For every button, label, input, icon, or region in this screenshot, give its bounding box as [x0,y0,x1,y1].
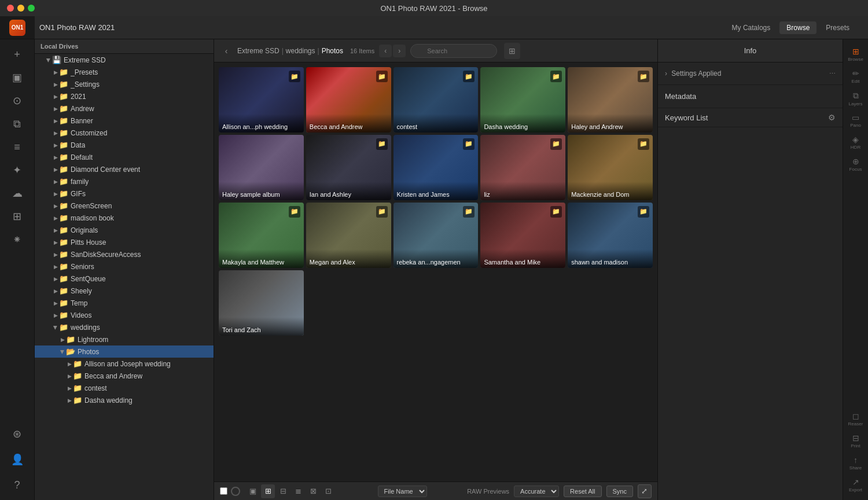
edit-strip-btn[interactable]: ✏ Edit [845,66,866,87]
sidebar-item-extreme-ssd[interactable]: ▶ 💾 Extreme SSD [35,54,214,66]
people-icon-btn[interactable]: 👤 [7,449,28,470]
accurate-select[interactable]: Accurate [514,486,559,497]
grid-item-haley-andrew[interactable]: 📁 Haley and Andrew [568,67,653,133]
close-button[interactable] [7,5,14,12]
sidebar-item-default[interactable]: ▶ 📁 Default [35,151,214,163]
back-button[interactable]: ‹ [220,45,233,57]
sidebar-item-madison[interactable]: ▶ 📁 madison book [35,212,214,224]
sidebar-item-becca-sub[interactable]: ▶ 📁 Becca and Andrew [35,370,214,382]
minimize-button[interactable] [17,5,24,12]
sidebar-item-presets[interactable]: ▶ 📁 _Presets [35,66,214,78]
filmstrip-view-btn[interactable]: ⊠ [306,484,320,498]
sidebar-item-contest-sub[interactable]: ▶ 📁 contest [35,382,214,394]
hdr-strip-btn[interactable]: ◈ HDR [845,132,866,153]
sidebar-item-weddings[interactable]: ▶ 📁 weddings [35,321,214,333]
grid-item-megan[interactable]: 📁 Megan and Alex [306,203,391,268]
sidebar-item-banner[interactable]: ▶ 📁 Banner [35,115,214,127]
tab-browse[interactable]: Browse [779,21,816,34]
sidebar-item-originals[interactable]: ▶ 📁 Originals [35,224,214,236]
grid-item-shawn[interactable]: 📁 shawn and madison [568,203,653,268]
browse-strip-btn[interactable]: ⊞ Browse [845,44,866,65]
sidebar-item-2021[interactable]: ▶ 📁 2021 [35,90,214,102]
breadcrumb-part-1[interactable]: Extreme SSD [237,47,279,55]
sidebar-item-videos[interactable]: ▶ 📁 Videos [35,309,214,321]
light-icon-btn[interactable]: ⁕ [7,229,28,250]
keyword-gear-icon[interactable]: ⚙ [828,113,836,122]
help-icon-btn[interactable]: ? [7,475,28,495]
maximize-button[interactable] [28,5,35,12]
map-view-btn[interactable]: ⊡ [321,484,335,498]
settings-applied-row[interactable]: › Settings Applied ⋯ [665,67,836,80]
detail-view-btn[interactable]: ≣ [291,484,305,498]
breadcrumb-part-2[interactable]: weddings [286,47,315,55]
sidebar-item-dasha-sub[interactable]: ▶ 📁 Dasha wedding [35,394,214,406]
sidebar-item-seniors[interactable]: ▶ 📁 Seniors [35,260,214,273]
focus-strip-btn[interactable]: ⊕ Focus [845,154,866,175]
effects-icon-btn[interactable]: ✦ [7,160,28,181]
sidebar-item-data[interactable]: ▶ 📁 Data [35,139,214,151]
layers-strip-btn[interactable]: ⧉ Layers [845,88,866,109]
grid-item-dasha[interactable]: 📁 Dasha wedding [480,67,565,133]
grid-item-ian[interactable]: 📁 Ian and Ashley [306,135,391,200]
select-all-checkbox[interactable] [220,487,227,495]
profile-icon-btn[interactable]: ⊛ [7,424,28,444]
sidebar-item-family[interactable]: ▶ 📁 family [35,175,214,188]
sidebar-item-sheely[interactable]: ▶ 📁 Sheely [35,285,214,297]
metadata-row[interactable]: Metadata [665,90,836,103]
share-strip-btn[interactable]: ↑ Share [845,453,866,473]
sync-button[interactable]: Sync [606,486,633,497]
add-icon-btn[interactable]: + [7,44,28,65]
label-photos: Photos [78,348,99,356]
sidebar-item-sentqueue[interactable]: ▶ 📁 SentQueue [35,273,214,285]
tab-my-catalogs[interactable]: My Catalogs [725,21,778,34]
search-input[interactable] [410,44,497,58]
sidebar-item-lightroom[interactable]: ▶ 📁 Lightroom [35,333,214,345]
next-button[interactable]: › [393,45,406,57]
single-view-btn[interactable]: ▣ [246,484,260,498]
sidebar-item-photos[interactable]: ▶ 📂 Photos [35,345,214,358]
sidebar-item-settings[interactable]: ▶ 📁 _Settings [35,78,214,90]
export-strip-btn[interactable]: ↗ Export [845,475,866,495]
layers-icon-btn[interactable]: ⧉ [7,113,28,134]
fullscreen-button[interactable]: ⤢ [638,484,652,498]
grid-item-samantha[interactable]: 📁 Samantha and Mike [480,203,565,268]
grid-item-mackenzie[interactable]: 📁 Mackenzie and Dom [568,135,653,200]
grid-icon-btn[interactable]: ⊞ [7,206,28,227]
camera-icon-btn[interactable]: ⊙ [7,90,28,111]
view-options-button[interactable]: ⊞ [504,43,520,59]
grid-item-allison[interactable]: 📁 Allison an...ph wedding [219,67,304,133]
tab-presets[interactable]: Presets [819,21,856,34]
cloud-icon-btn[interactable]: ☁ [7,183,28,204]
grid-item-label-samantha: Samantha and Mike [480,249,565,268]
grid-item-rebeka[interactable]: 📁 rebeka an...ngagemen [393,203,479,268]
grid-view-btn[interactable]: ⊞ [261,484,275,498]
sidebar-item-allison[interactable]: ▶ 📁 Allison and Joseph wedding [35,358,214,370]
grid-item-liz[interactable]: 📁 liz [480,135,565,200]
print-strip-btn[interactable]: ⊟ Print [845,431,866,451]
label-gifs: GIFs [71,190,86,198]
grid-item-kristen[interactable]: 📁 Kristen and James [393,135,479,200]
grid-item-becca[interactable]: 📁 Becca and Andrew [306,67,391,133]
sidebar-item-andrew[interactable]: ▶ 📁 Andrew [35,102,214,115]
grid-item-makayla[interactable]: 📁 Makayla and Matthew [219,203,304,268]
sidebar-item-pitts[interactable]: ▶ 📁 Pitts House [35,236,214,248]
pano-strip-btn[interactable]: ▭ Pano [845,110,866,131]
screen-icon-btn[interactable]: ▣ [7,67,28,88]
reaser-strip-btn[interactable]: ◻ Reaser [845,409,866,429]
breadcrumb-part-3[interactable]: Photos [322,47,343,55]
compare-view-btn[interactable]: ⊟ [276,484,290,498]
sidebar-item-sandisk[interactable]: ▶ 📁 SanDiskSecureAccess [35,248,214,260]
sidebar-item-gifs[interactable]: ▶ 📁 GIFs [35,188,214,200]
grid-item-contest[interactable]: 📁 contest [393,67,479,133]
settings-applied-options[interactable]: ⋯ [829,70,836,78]
grid-item-tori[interactable]: Tori and Zach [219,270,304,336]
sidebar-item-temp[interactable]: ▶ 📁 Temp [35,297,214,309]
sliders-icon-btn[interactable]: ≡ [7,137,28,157]
sidebar-item-greenscreen[interactable]: ▶ 📁 GreenScreen [35,200,214,212]
sort-select[interactable]: File Name [378,486,427,497]
sidebar-item-diamond[interactable]: ▶ 📁 Diamond Center event [35,163,214,175]
sidebar-item-customized[interactable]: ▶ 📁 Customized [35,127,214,139]
reset-all-button[interactable]: Reset All [564,486,601,497]
prev-button[interactable]: ‹ [379,45,392,57]
grid-item-haley-album[interactable]: Haley sample album [219,135,304,200]
